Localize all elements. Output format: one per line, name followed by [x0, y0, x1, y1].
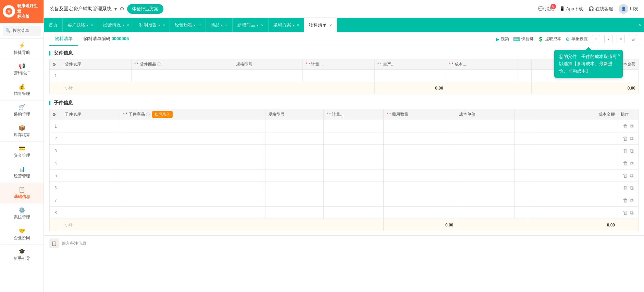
delete-row-button-4[interactable]: 🗑	[623, 160, 628, 166]
child-product-cell-6[interactable]	[120, 182, 265, 194]
child-unit-cell-2[interactable]	[323, 132, 383, 145]
child-unit-cell-3[interactable]	[323, 145, 383, 157]
copy-row-button-4[interactable]: ⧉	[630, 160, 634, 166]
user-avatar-button[interactable]: 👤 用友	[619, 4, 639, 14]
child-qty-cell-2[interactable]	[384, 132, 456, 145]
child-unit-cost-cell-2[interactable]	[456, 132, 515, 145]
close-all-tabs-button[interactable]: ×	[635, 22, 644, 28]
delete-row-button-7[interactable]: 🗑	[623, 197, 628, 203]
child-warehouse-cell-7[interactable]	[62, 194, 120, 207]
child-unit-cell-1[interactable]	[323, 120, 383, 132]
child-spec-cell-7[interactable]	[265, 194, 323, 207]
tab-barcode[interactable]: 条码方案 ▾ ×	[269, 18, 304, 32]
child-unit-cost-cell-3[interactable]	[456, 145, 515, 157]
tab-close-profit[interactable]: ×	[161, 23, 165, 27]
online-service-button[interactable]: 🎧 在线客服	[589, 6, 613, 12]
view-video-button[interactable]: ▶ 视频	[496, 36, 509, 42]
shortcut-button[interactable]: ⌨ 快捷键	[513, 36, 534, 42]
child-product-cell-2[interactable]	[120, 132, 265, 145]
child-warehouse-cell-2[interactable]	[62, 132, 120, 145]
sidebar-item-marketing[interactable]: 📢 营销推广	[0, 59, 44, 80]
copy-row-button-6[interactable]: ⧉	[630, 185, 634, 191]
tab-close-products[interactable]: ×	[224, 23, 227, 27]
tab-products[interactable]: 商品 ▾ ×	[206, 18, 233, 32]
copy-row-button-8[interactable]: ⧉	[630, 210, 634, 216]
copy-row-button-3[interactable]: ⧉	[630, 148, 634, 154]
tab-operations[interactable]: 经营情况 ▾ ×	[98, 18, 134, 32]
parent-cost-cell[interactable]	[446, 70, 518, 82]
copy-row-button-2[interactable]: ⧉	[630, 136, 634, 142]
tab-customer[interactable]: 客户联络 ▾ ×	[63, 18, 98, 32]
child-product-cell-7[interactable]	[120, 194, 265, 207]
delete-row-button-1[interactable]: 🗑	[623, 123, 628, 129]
child-qty-cell-1[interactable]	[384, 120, 456, 132]
scan-input-button[interactable]: 扫码录入	[152, 111, 173, 118]
child-product-cell-5[interactable]	[120, 170, 265, 182]
bottom-icon-1[interactable]: 📋	[49, 238, 59, 248]
child-product-cell-8[interactable]	[120, 207, 265, 219]
child-qty-cell-7[interactable]	[384, 194, 456, 207]
list-view-button[interactable]: ⊞	[629, 35, 637, 43]
sidebar-item-operations[interactable]: 📊 经营管理	[0, 162, 44, 183]
doc-settings-button[interactable]: ⚙ 单据设置	[566, 36, 588, 42]
parent-production-cell[interactable]	[374, 70, 446, 82]
parent-warehouse-cell[interactable]	[62, 70, 132, 82]
copy-row-button-7[interactable]: ⧉	[630, 197, 634, 203]
child-warehouse-cell-1[interactable]	[62, 120, 120, 132]
trial-button[interactable]: 体验行业方案	[127, 4, 163, 14]
th-settings[interactable]: ⚙	[50, 59, 62, 70]
child-warehouse-cell-6[interactable]	[62, 182, 120, 194]
extract-cost-button[interactable]: 💲 提取成本	[538, 36, 561, 42]
child-unit-cell-7[interactable]	[323, 194, 383, 207]
sub-tab-bom-list[interactable]: 物料清单	[49, 32, 78, 46]
parent-spec-cell[interactable]	[233, 70, 303, 82]
next-page-button[interactable]: ›	[604, 35, 612, 43]
child-spec-cell-5[interactable]	[265, 170, 323, 182]
child-unit-cell-4[interactable]	[323, 157, 383, 170]
tab-bom[interactable]: 物料清单 ×	[304, 18, 337, 32]
sidebar-item-system[interactable]: ⚙️ 系统管理	[0, 203, 44, 224]
child-product-cell-1[interactable]	[120, 120, 265, 132]
sidebar-item-purchase[interactable]: 🛒 采购管理	[0, 101, 44, 121]
app-download-button[interactable]: 📱 App下载	[559, 6, 583, 12]
tab-history[interactable]: 经营历程 ▾ ×	[170, 18, 206, 32]
child-unit-cost-cell-8[interactable]	[456, 207, 515, 219]
child-unit-cost-cell-4[interactable]	[456, 157, 515, 170]
child-unit-cell-8[interactable]	[323, 207, 383, 219]
child-spec-cell-1[interactable]	[265, 120, 323, 132]
child-unit-cell-6[interactable]	[323, 182, 383, 194]
tab-close-barcode[interactable]: ×	[296, 23, 299, 27]
sidebar-item-inventory[interactable]: 📦 库存核算	[0, 121, 44, 142]
tab-close-customer[interactable]: ×	[90, 23, 93, 27]
delete-row-button-6[interactable]: 🗑	[623, 185, 628, 191]
parent-product-cell[interactable]	[131, 70, 233, 82]
th-child-settings[interactable]: ⚙	[50, 109, 62, 120]
tab-profit[interactable]: 利润报告 ▾ ×	[134, 18, 170, 32]
system-dropdown-button[interactable]: ▾	[114, 6, 117, 12]
child-product-cell-4[interactable]	[120, 157, 265, 170]
delete-row-button-2[interactable]: 🗑	[623, 136, 628, 141]
tab-home[interactable]: 首页	[44, 18, 63, 32]
sidebar-item-collab[interactable]: 🤝 企业协同	[0, 224, 44, 245]
tab-close-history[interactable]: ×	[197, 23, 200, 27]
sidebar-item-sales[interactable]: 💰 销售管理	[0, 80, 44, 101]
child-unit-cell-5[interactable]	[323, 170, 383, 182]
prev-page-button[interactable]: ‹	[592, 35, 600, 43]
child-qty-cell-8[interactable]	[384, 207, 456, 219]
child-unit-cost-cell-6[interactable]	[456, 182, 515, 194]
parent-unit-cell[interactable]	[303, 70, 374, 82]
child-qty-cell-3[interactable]	[384, 145, 456, 157]
delete-row-button-8[interactable]: 🗑	[623, 210, 628, 215]
sidebar-item-basic-info[interactable]: 📋 基础信息	[0, 183, 44, 203]
child-unit-cost-cell-5[interactable]	[456, 170, 515, 182]
gear-settings-button[interactable]: ⚙	[120, 5, 124, 12]
tab-close-new-product[interactable]: ×	[260, 23, 263, 27]
tab-close-bom[interactable]: ×	[328, 23, 332, 27]
child-product-cell-3[interactable]	[120, 145, 265, 157]
delete-row-button-3[interactable]: 🗑	[623, 148, 628, 154]
child-warehouse-cell-3[interactable]	[62, 145, 120, 157]
copy-row-button-5[interactable]: ⧉	[630, 173, 634, 179]
child-qty-cell-6[interactable]	[384, 182, 456, 194]
tab-close-operations[interactable]: ×	[125, 23, 129, 27]
tooltip-close-button[interactable]: ×	[618, 52, 620, 58]
